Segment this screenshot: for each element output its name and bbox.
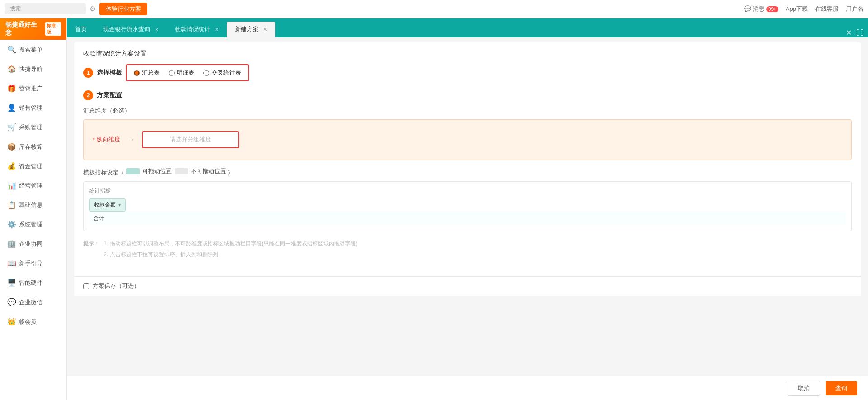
sidebar-logo: 畅捷通好生意 标准版 [0, 18, 66, 40]
search-menu-icon: 🔍 [7, 45, 15, 54]
metrics-title: 统计指标 [89, 187, 846, 195]
tab-fullscreen-icon[interactable]: ⛶ [856, 29, 863, 37]
sidebar-item-enterprise[interactable]: 🏢 企业协同 [0, 234, 66, 254]
radio-detail-input[interactable] [169, 70, 175, 76]
metric-tag-row: 收款金额 ▾ [89, 198, 846, 212]
tab-bank-flow[interactable]: 现金银行流水查询 ✕ [95, 22, 167, 37]
tab-home[interactable]: 首页 [67, 22, 95, 37]
sidebar-item-quick-nav[interactable]: 🏠 快捷导航 [0, 59, 66, 79]
vertical-label-text: * 纵向维度 [93, 136, 120, 143]
online-service-link[interactable]: 在线客服 [815, 5, 839, 13]
app-download-link[interactable]: App下载 [786, 5, 808, 13]
tip-text-1: 1. 拖动标题栏可以调整布局，不可跨维度或指标区域拖动栏目字段(只能在同一维度或… [104, 240, 357, 247]
search-bar[interactable]: 搜索 [5, 3, 86, 14]
dimension-select-box[interactable]: 请选择分组维度 [142, 131, 239, 148]
vertical-dimension-label: * 纵向维度 [93, 136, 120, 144]
query-button[interactable]: 查询 [826, 381, 857, 395]
sidebar-item-hardware[interactable]: 🖥️ 智能硬件 [0, 273, 66, 292]
tab-new-plan[interactable]: 新建方案 ✕ [227, 22, 275, 37]
main-content: 首页 现金银行流水查询 ✕ 收款情况统计 ✕ 新建方案 ✕ ✕ ⛶ [67, 18, 868, 400]
metric-subtotal-row: 合计 [89, 212, 846, 225]
draggable-label: 可拖动位置 [142, 167, 172, 175]
save-section: 方案保存（可选） [74, 276, 861, 296]
sidebar-item-purchase[interactable]: 🛒 采购管理 [0, 118, 66, 137]
metrics-header-close: ） [227, 169, 233, 176]
radio-summary[interactable]: 汇总表 [134, 69, 160, 77]
metric-tag-collection-amount[interactable]: 收款金额 ▾ [89, 198, 126, 212]
sidebar-label-basic: 基础信息 [19, 201, 42, 209]
tip-line-1: 提示： 1. 拖动标题栏可以调整布局，不可跨维度或指标区域拖动栏目字段(只能在同… [83, 238, 852, 249]
step2-header: 2 方案配置 [83, 90, 852, 100]
tip-line-2: 提示： 2. 点击标题栏下拉可设置排序、插入列和删除列 [83, 249, 852, 260]
finance-icon: 💰 [7, 162, 15, 170]
sales-icon: 👤 [7, 104, 15, 112]
tab-collection-stats-close[interactable]: ✕ [215, 27, 219, 33]
dimension-section-title: 汇总维度（必选） [83, 107, 852, 115]
sidebar-item-sales[interactable]: 👤 销售管理 [0, 98, 66, 118]
radio-group-template: 汇总表 明细表 交叉统计表 [134, 69, 241, 77]
draggable-color-swatch [126, 168, 140, 174]
step2-number: 2 [83, 90, 93, 100]
metrics-header-text: 模板指标设定（ 可拖动位置 不可拖动位置 ） [83, 167, 233, 177]
sidebar-item-member[interactable]: 👑 畅会员 [0, 312, 66, 331]
settings-icon[interactable]: ⚙ [90, 5, 96, 13]
main-card: 收款情况统计方案设置 1 选择模板 汇总表 [74, 42, 861, 276]
guide-icon: 📖 [7, 259, 15, 268]
tips-section: 提示： 1. 拖动标题栏可以调整布局，不可跨维度或指标区域拖动栏目字段(只能在同… [83, 238, 852, 260]
logo-sub: 标准版 [45, 22, 61, 36]
sidebar-label-guide: 新手引导 [19, 259, 42, 268]
tab-bank-flow-close[interactable]: ✕ [155, 27, 159, 33]
layout: 畅捷通好生意 标准版 🔍 搜索菜单 🏠 快捷导航 🎁 营销推广 👤 销售管理 🛒… [0, 18, 868, 400]
notification-area[interactable]: 💬 消息 99+ [744, 5, 778, 13]
top-header: 搜索 ⚙ 体验行业方案 💬 消息 99+ App下载 在线客服 用户名 [0, 0, 868, 18]
basic-icon: 📋 [7, 201, 15, 209]
sidebar-item-wechat[interactable]: 💬 企业微信 [0, 292, 66, 312]
radio-cross[interactable]: 交叉统计表 [203, 69, 241, 77]
notification-badge: 99+ [766, 6, 778, 12]
tab-new-plan-label: 新建方案 [235, 25, 259, 33]
save-checkbox[interactable] [83, 283, 89, 289]
tab-home-label: 首页 [75, 25, 87, 33]
metrics-header-main: 模板指标设定（ [83, 169, 124, 176]
user-name: 用户名 [846, 5, 863, 13]
step2-section: 2 方案配置 汇总维度（必选） * 纵向维度 → 请选择分组维度 [83, 90, 852, 260]
tab-new-plan-close[interactable]: ✕ [263, 27, 267, 33]
sidebar-label-search-menu: 搜索菜单 [19, 46, 42, 54]
dimension-area: * 纵向维度 → 请选择分组维度 [83, 119, 852, 160]
sidebar-item-system[interactable]: ⚙️ 系统管理 [0, 215, 66, 234]
sidebar-item-search-menu[interactable]: 🔍 搜索菜单 [0, 40, 66, 59]
tab-close-icon[interactable]: ✕ [846, 28, 852, 37]
sidebar-label-finance: 资金管理 [19, 162, 42, 170]
save-label: 方案保存（可选） [93, 282, 140, 290]
metric-tag-label: 收款金额 [94, 201, 116, 209]
action-bar: 取消 查询 [67, 376, 868, 400]
radio-detail[interactable]: 明细表 [169, 69, 194, 77]
radio-cross-input[interactable] [203, 70, 209, 76]
sidebar-item-inventory[interactable]: 📦 库存核算 [0, 137, 66, 156]
sidebar-label-sales: 销售管理 [19, 104, 42, 112]
sidebar-label-quick-nav: 快捷导航 [19, 65, 42, 73]
sidebar-item-basic[interactable]: 📋 基础信息 [0, 195, 66, 215]
non-draggable-color-swatch [175, 168, 188, 174]
step2-title: 方案配置 [97, 91, 122, 99]
sidebar-label-member: 畅会员 [19, 318, 37, 326]
operations-icon: 📊 [7, 181, 15, 190]
sidebar-label-purchase: 采购管理 [19, 123, 42, 132]
system-icon: ⚙️ [7, 220, 15, 229]
logo-text: 畅捷通好生意 [5, 21, 42, 37]
sidebar-label-system: 系统管理 [19, 221, 42, 229]
radio-summary-input[interactable] [134, 70, 140, 76]
trial-button[interactable]: 体验行业方案 [99, 3, 147, 15]
cancel-button[interactable]: 取消 [788, 381, 820, 396]
sidebar-item-operations[interactable]: 📊 经营管理 [0, 176, 66, 195]
page-body: 收款情况统计方案设置 1 选择模板 汇总表 [67, 37, 868, 376]
sidebar-label-operations: 经营管理 [19, 182, 42, 190]
sidebar-item-finance[interactable]: 💰 资金管理 [0, 156, 66, 176]
quick-nav-icon: 🏠 [7, 65, 15, 73]
sidebar: 畅捷通好生意 标准版 🔍 搜索菜单 🏠 快捷导航 🎁 营销推广 👤 销售管理 🛒… [0, 18, 67, 400]
sidebar-item-marketing[interactable]: 🎁 营销推广 [0, 79, 66, 98]
tab-collection-stats[interactable]: 收款情况统计 ✕ [167, 22, 227, 37]
metrics-legend: 可拖动位置 不可拖动位置 [126, 167, 226, 175]
sidebar-item-guide[interactable]: 📖 新手引导 [0, 254, 66, 273]
radio-cross-label: 交叉统计表 [212, 69, 241, 77]
